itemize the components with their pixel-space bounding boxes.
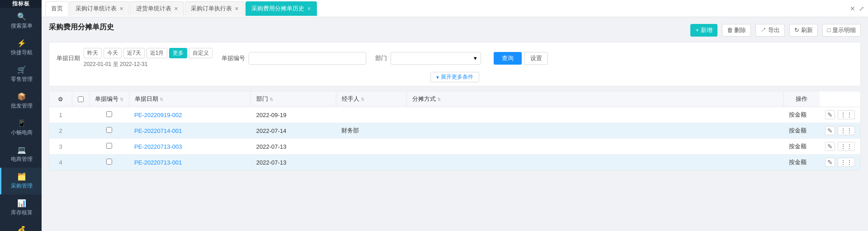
edit-icon[interactable]: ✎: [825, 110, 835, 119]
doc-num-link[interactable]: PE-20220919-002: [134, 112, 182, 118]
expand-window-icon[interactable]: ⤢: [859, 5, 864, 12]
cell-dept: 财务部: [336, 123, 406, 139]
sort-icon: ⇅: [437, 97, 441, 102]
more-icon[interactable]: ⋮⋮: [838, 126, 855, 135]
tab-goods-receipt-stat[interactable]: 进货单统计表 ✕: [130, 1, 184, 16]
sidebar-item-label: 库存核算: [11, 209, 33, 217]
sidebar-item-purchase[interactable]: 🗂️ 采购管理: [0, 168, 42, 194]
th-split-method[interactable]: 分摊方式 ⇅: [407, 91, 783, 107]
cell-actions: ✎ ⋮⋮: [820, 123, 860, 139]
delete-button[interactable]: 🗑 删除: [722, 24, 751, 37]
cell-dept: [336, 155, 406, 170]
row-num: 3: [49, 139, 72, 155]
doc-num-link[interactable]: PE-20220714-001: [134, 127, 182, 134]
doc-num-link[interactable]: PE-20220713-001: [134, 159, 182, 166]
expand-button[interactable]: ▾ 展开更多条件: [430, 72, 479, 82]
cell-doc-num: PE-20220713-001: [129, 155, 251, 170]
close-icon[interactable]: ✕: [235, 6, 239, 12]
dept-select[interactable]: ▾: [391, 52, 481, 65]
ecommerce-icon: 💻: [17, 146, 26, 154]
th-doc-num[interactable]: 单据编号 ⇅: [89, 91, 129, 107]
row-check[interactable]: [89, 139, 129, 155]
sidebar-item-mini-shop[interactable]: 📱 小畅电商: [0, 114, 42, 141]
edit-icon[interactable]: ✎: [825, 158, 835, 167]
tab-home[interactable]: 首页: [45, 1, 69, 16]
sort-icon: ⇅: [120, 97, 123, 102]
th-doc-date[interactable]: 单据日期 ⇅: [129, 91, 251, 107]
sidebar-item-label: 零售管理: [11, 75, 33, 83]
cell-doc-num: PE-20220714-001: [129, 123, 251, 139]
th-doc-num-label: 单据编号: [95, 95, 118, 103]
sidebar-item-ecommerce[interactable]: 💻 电商管理: [0, 141, 42, 168]
close-icon[interactable]: ✕: [174, 6, 178, 12]
sidebar-item-label: 电商管理: [11, 156, 33, 163]
row-checkbox[interactable]: [106, 143, 112, 149]
row-setting: [72, 139, 89, 155]
show-columns-button[interactable]: □ 显示明细: [822, 24, 861, 37]
doc-num-input[interactable]: [249, 52, 366, 65]
cell-actions: ✎ ⋮⋮: [820, 107, 860, 123]
more-icon[interactable]: ⋮⋮: [838, 142, 855, 151]
close-icon[interactable]: ✕: [307, 6, 311, 12]
cell-actions: ✎ ⋮⋮: [820, 139, 860, 155]
sidebar-item-retail[interactable]: 🛒 零售管理: [0, 61, 42, 88]
date-btn-more[interactable]: 更多: [169, 48, 187, 58]
row-checkbox[interactable]: [106, 159, 112, 165]
data-table: ⚙ 单据编号 ⇅: [49, 91, 861, 171]
row-check[interactable]: [89, 155, 129, 170]
more-icon[interactable]: ⋮⋮: [838, 110, 855, 119]
toolbar: + 新增 🗑 删除 ↗ 导出 ↻ 刷新 □ 显示明细: [690, 24, 861, 37]
close-all-icon[interactable]: ✕: [850, 5, 855, 12]
row-check[interactable]: [89, 123, 129, 139]
date-btn-yesterday[interactable]: 昨天: [84, 48, 102, 58]
row-check[interactable]: [89, 107, 129, 123]
tab-label: 采购订单执行表: [191, 5, 232, 13]
date-btn-7days[interactable]: 近7天: [123, 48, 145, 58]
tab-label: 进货单统计表: [136, 5, 171, 13]
search-panel: 单据日期 昨天 今天 近7天 近1月 更多 自定义 2022-01-01 至 2…: [49, 42, 861, 86]
edit-icon[interactable]: ✎: [825, 142, 835, 151]
table-row: 2 PE-20220714-001 2022-07-14 财务部 按金额 ✎ ⋮…: [49, 123, 860, 139]
sidebar-item-quick-nav[interactable]: ⚡ 快捷导航: [0, 34, 42, 61]
cell-doc-date: 2022-07-13: [251, 139, 336, 155]
tab-purchase-cost-split[interactable]: 采购费用分摊单历史 ✕: [245, 1, 317, 16]
sidebar-item-wholesale[interactable]: 📦 批发管理: [0, 88, 42, 114]
th-setting[interactable]: ⚙: [49, 91, 72, 107]
tab-purchase-order-stat[interactable]: 采购订单统计表 ✕: [70, 1, 129, 16]
date-btn-1month[interactable]: 近1月: [146, 48, 168, 58]
row-checkbox[interactable]: [106, 111, 112, 117]
dept-label: 部门: [375, 54, 387, 62]
th-handler[interactable]: 经手人 ⇅: [336, 91, 406, 107]
search-buttons: 查询 设置: [494, 52, 548, 65]
sidebar-item-inventory[interactable]: 📊 库存核算: [0, 194, 42, 221]
export-button[interactable]: ↗ 导出: [755, 24, 785, 37]
refresh-button[interactable]: ↻ 刷新: [789, 24, 818, 37]
more-icon[interactable]: ⋮⋮: [838, 158, 855, 167]
date-btn-custom[interactable]: 自定义: [189, 48, 212, 58]
retail-icon: 🛒: [17, 66, 26, 74]
th-doc-date-label: 单据日期: [135, 95, 158, 103]
table-row: 3 PE-20220713-003 2022-07-13 按金额 ✎ ⋮⋮: [49, 139, 860, 155]
query-button[interactable]: 查询: [494, 52, 522, 65]
date-btn-today[interactable]: 今天: [104, 48, 122, 58]
edit-icon[interactable]: ✎: [825, 126, 835, 135]
select-all-checkbox[interactable]: [78, 96, 84, 102]
settings-button[interactable]: 设置: [524, 52, 548, 65]
sidebar-item-finance[interactable]: 💰 资金管理: [0, 221, 42, 231]
sidebar-item-search[interactable]: 🔍 搜索菜单: [0, 8, 42, 34]
add-button[interactable]: + 新增: [690, 24, 717, 37]
cell-doc-date: 2022-07-13: [251, 155, 336, 170]
th-dept[interactable]: 部门 ⇅: [251, 91, 336, 107]
main-area: 首页 采购订单统计表 ✕ 进货单统计表 ✕ 采购订单执行表 ✕ 采购费用分摊单历…: [42, 0, 868, 231]
cell-doc-num: PE-20220713-003: [129, 139, 251, 155]
cell-handler: [407, 123, 783, 139]
close-icon[interactable]: ✕: [119, 6, 123, 12]
th-check[interactable]: [72, 91, 89, 107]
row-num: 4: [49, 155, 72, 170]
table-header-row: ⚙ 单据编号 ⇅: [49, 91, 860, 107]
th-split-method-label: 分摊方式: [412, 95, 436, 103]
doc-num-link[interactable]: PE-20220713-003: [134, 143, 182, 150]
tab-purchase-order-exec[interactable]: 采购订单执行表 ✕: [185, 1, 245, 16]
sort-icon: ⇅: [361, 97, 364, 102]
row-checkbox[interactable]: [106, 127, 112, 133]
